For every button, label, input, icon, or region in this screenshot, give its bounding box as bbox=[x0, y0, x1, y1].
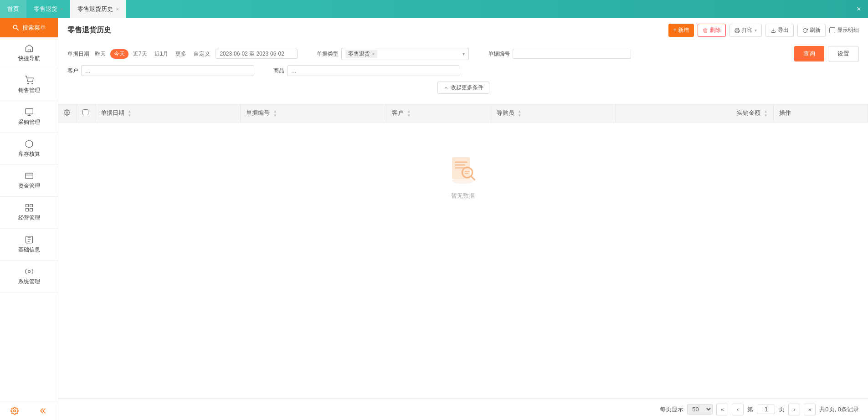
filter-row-2: 客户 ... 商品 ... bbox=[67, 65, 859, 76]
svg-point-8 bbox=[28, 271, 30, 273]
th-actions-label: 操作 bbox=[779, 109, 791, 116]
date-filter-label: 单据日期 bbox=[67, 50, 89, 58]
date-today[interactable]: 今天 bbox=[110, 49, 128, 59]
display-detail-input[interactable] bbox=[829, 27, 835, 33]
svg-point-9 bbox=[14, 410, 16, 412]
sidebar-item-quick-nav[interactable]: 快捷导航 bbox=[0, 37, 58, 69]
sidebar-item-sales-label: 销售管理 bbox=[18, 87, 40, 94]
tab-retail-return-history-close[interactable]: × bbox=[116, 6, 118, 12]
prev-page-btn[interactable]: ‹ bbox=[732, 404, 744, 415]
top-bar: 首页 零售退货 × 零售退货历史 × × bbox=[0, 0, 868, 18]
sidebar-item-inventory[interactable]: 库存核算 bbox=[0, 133, 58, 165]
goods-filter-label: 商品 bbox=[273, 67, 284, 75]
content-area: 零售退货历史 + 新增 删除 打印 ▾ bbox=[58, 18, 868, 420]
filter-settings-button[interactable]: 设置 bbox=[828, 46, 859, 61]
sidebar-collapse-btn[interactable] bbox=[36, 404, 51, 418]
sidebar-item-sales-mgmt[interactable]: 销售管理 bbox=[0, 69, 58, 101]
sort-voucher-icon: ▲▼ bbox=[273, 109, 277, 118]
system-icon bbox=[25, 267, 34, 276]
display-detail-checkbox[interactable]: 显示明细 bbox=[829, 26, 859, 34]
collapse-label: 收起更多条件 bbox=[451, 84, 483, 92]
tab-retail-return-label: 零售退货 bbox=[34, 5, 57, 13]
th-voucher[interactable]: 单据编号 ▲▼ bbox=[241, 104, 386, 122]
display-detail-label: 显示明细 bbox=[837, 26, 859, 34]
total-text: 共0页, 0条记录 bbox=[819, 405, 859, 414]
svg-rect-10 bbox=[736, 31, 739, 33]
svg-point-3 bbox=[27, 83, 28, 84]
goods-ellipsis: ... bbox=[291, 67, 297, 74]
per-page-label: 每页显示 bbox=[660, 405, 683, 414]
tab-retail-return-history[interactable]: 零售退货历史 × bbox=[70, 0, 126, 18]
table-settings-icon bbox=[64, 109, 70, 116]
empty-text: 暂无数据 bbox=[451, 192, 475, 200]
last-page-btn[interactable]: » bbox=[804, 404, 816, 415]
first-page-btn[interactable]: « bbox=[716, 404, 728, 415]
th-customer-label: 客户 bbox=[392, 109, 404, 116]
filter-area: 单据日期 昨天 今天 近7天 近1月 更多 自定义 单据类型 bbox=[67, 41, 859, 104]
refresh-label: 刷新 bbox=[810, 26, 821, 34]
collapse-button[interactable]: 收起更多条件 bbox=[437, 82, 489, 94]
sidebar-item-sys-mgmt[interactable]: 系统管理 bbox=[0, 261, 58, 292]
svg-line-1 bbox=[16, 29, 18, 31]
th-customer[interactable]: 客户 ▲▼ bbox=[386, 104, 491, 122]
th-date[interactable]: 单据日期 ▲▼ bbox=[95, 104, 241, 122]
customer-select[interactable]: ... bbox=[81, 65, 254, 76]
export-button[interactable]: 导出 bbox=[765, 24, 794, 37]
type-select[interactable]: 零售退货 × ▾ bbox=[341, 48, 469, 60]
print-button[interactable]: 打印 ▾ bbox=[729, 24, 762, 37]
customer-ellipsis: ... bbox=[85, 67, 91, 74]
goods-select[interactable]: ... bbox=[287, 65, 460, 76]
print-dropdown-icon: ▾ bbox=[755, 28, 757, 33]
tab-list: 首页 零售退货 × 零售退货历史 × bbox=[0, 0, 850, 18]
add-button[interactable]: + 新增 bbox=[668, 24, 694, 37]
date-7days[interactable]: 近7天 bbox=[130, 49, 150, 59]
delete-button[interactable]: 删除 bbox=[698, 24, 726, 37]
tab-retail-return-close[interactable]: × bbox=[60, 6, 63, 12]
sidebar-item-finance-mgmt[interactable]: 资金管理 bbox=[0, 165, 58, 197]
export-label: 导出 bbox=[778, 26, 789, 34]
sidebar-item-quick-nav-label: 快捷导航 bbox=[18, 55, 40, 62]
th-settings[interactable] bbox=[58, 104, 77, 122]
th-amount[interactable]: 实销金额 ▲▼ bbox=[616, 104, 773, 122]
finance-icon bbox=[25, 171, 34, 180]
svg-point-0 bbox=[13, 25, 17, 29]
type-tag-close[interactable]: × bbox=[372, 51, 375, 56]
sidebar-item-basic-info-label: 基础信息 bbox=[18, 246, 40, 254]
sidebar-item-ops-mgmt[interactable]: 经营管理 bbox=[0, 197, 58, 229]
delete-icon bbox=[703, 28, 708, 33]
window-close-button[interactable]: × bbox=[850, 0, 868, 18]
date-more[interactable]: 更多 bbox=[173, 49, 189, 59]
date-1month[interactable]: 近1月 bbox=[152, 49, 171, 59]
th-guide[interactable]: 导购员 ▲▼ bbox=[491, 104, 616, 122]
date-yesterday[interactable]: 昨天 bbox=[92, 49, 108, 59]
th-checkbox[interactable] bbox=[77, 104, 95, 122]
pagination-bar: 每页显示 50 20 100 « ‹ 第 页 › » 共0页, 0条记录 bbox=[58, 398, 868, 420]
svg-point-12 bbox=[66, 112, 68, 113]
sidebar-item-purchase-mgmt[interactable]: 采购管理 bbox=[0, 101, 58, 133]
date-custom[interactable]: 自定义 bbox=[191, 49, 213, 59]
svg-rect-15 bbox=[455, 161, 467, 162]
tab-home[interactable]: 首页 bbox=[0, 0, 26, 18]
sidebar-search[interactable]: 搜索菜单 bbox=[0, 18, 58, 37]
per-page-select[interactable]: 50 20 100 bbox=[687, 404, 713, 415]
sidebar-item-finance-label: 资金管理 bbox=[18, 182, 40, 190]
gear-icon bbox=[10, 407, 19, 415]
refresh-button[interactable]: 刷新 bbox=[797, 24, 826, 37]
tab-retail-return[interactable]: 零售退货 × bbox=[26, 0, 70, 18]
sidebar-search-label: 搜索菜单 bbox=[22, 24, 46, 32]
export-icon bbox=[770, 28, 776, 33]
query-button[interactable]: 查询 bbox=[794, 46, 824, 61]
page-input[interactable] bbox=[757, 405, 775, 414]
sidebar-settings-btn[interactable] bbox=[7, 404, 22, 418]
sidebar-bottom bbox=[0, 401, 58, 420]
next-page-btn[interactable]: › bbox=[788, 404, 800, 415]
type-filter-item: 单据类型 零售退货 × ▾ bbox=[317, 48, 469, 60]
date-range-input[interactable] bbox=[216, 49, 298, 59]
sidebar-item-basic-info[interactable]: 基础信息 bbox=[0, 229, 58, 261]
page-header-top: 零售退货历史 + 新增 删除 打印 ▾ bbox=[67, 24, 859, 37]
table-header: 单据日期 ▲▼ 单据编号 ▲▼ 客户 ▲▼ 导购员 bbox=[58, 104, 868, 122]
sidebar: 搜索菜单 快捷导航 销售管理 bbox=[0, 18, 58, 420]
ops-icon bbox=[25, 203, 34, 212]
voucher-input[interactable] bbox=[513, 49, 631, 59]
select-all-checkbox[interactable] bbox=[82, 109, 88, 115]
